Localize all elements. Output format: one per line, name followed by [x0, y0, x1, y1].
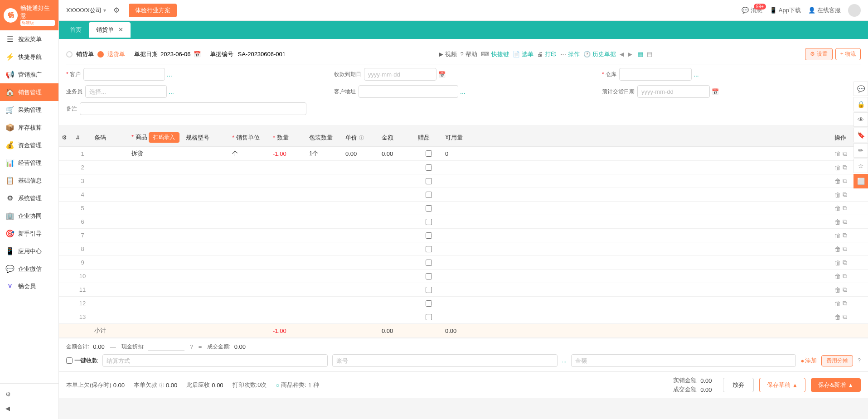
- table-view-icon[interactable]: ▤: [647, 51, 652, 58]
- delete-icon[interactable]: 🗑: [834, 313, 841, 321]
- product-type-field[interactable]: ○ 商品种类: 1 种: [276, 381, 319, 389]
- sidebar-item-inventory[interactable]: 📦 库存核算: [0, 119, 58, 136]
- avatar[interactable]: [848, 4, 861, 17]
- sidebar-item-funds[interactable]: 💰 资金管理: [0, 136, 58, 154]
- delete-icon[interactable]: 🗑: [834, 218, 841, 226]
- account-ellipsis[interactable]: ...: [562, 357, 567, 364]
- gift-checkbox[interactable]: [426, 164, 432, 171]
- spec-input[interactable]: [186, 314, 227, 320]
- sidebar-item-marketing[interactable]: 📢 营销推广: [0, 66, 58, 83]
- table-settings-icon[interactable]: ⚙: [62, 134, 67, 141]
- delete-icon[interactable]: 🗑: [834, 246, 841, 253]
- spec-input[interactable]: [186, 192, 227, 198]
- sidebar-collapse[interactable]: ◀: [0, 401, 58, 415]
- copy-icon[interactable]: ⧉: [843, 164, 847, 171]
- spec-input[interactable]: [186, 178, 227, 184]
- gift-checkbox[interactable]: [426, 192, 432, 198]
- calendar-icon[interactable]: 📅: [194, 51, 201, 58]
- barcode-input[interactable]: [94, 260, 126, 266]
- sales-radio[interactable]: [66, 51, 73, 58]
- delete-icon[interactable]: 🗑: [834, 205, 841, 212]
- delete-icon[interactable]: 🗑: [834, 178, 841, 185]
- copy-icon[interactable]: ⧉: [843, 177, 847, 185]
- delivery-date-input[interactable]: [637, 85, 710, 98]
- sidebar-item-member[interactable]: V 畅会员: [0, 278, 58, 295]
- company-selector[interactable]: XXXXXX公司 ▾: [66, 6, 106, 14]
- spec-input[interactable]: [186, 300, 227, 307]
- sidebar-item-purchase[interactable]: 🛒 采购管理: [0, 101, 58, 119]
- payment-checkbox[interactable]: [66, 357, 73, 364]
- copy-icon[interactable]: ⧉: [843, 272, 847, 280]
- warehouse-ellipsis[interactable]: ...: [693, 71, 699, 78]
- delete-icon[interactable]: 🗑: [834, 273, 841, 280]
- print-btn[interactable]: 🖨 打印: [537, 50, 557, 58]
- float-bookmark-btn[interactable]: 🔖: [853, 128, 868, 142]
- account-input[interactable]: [332, 354, 558, 367]
- float-eye-btn[interactable]: 👁: [853, 112, 868, 127]
- copy-icon[interactable]: ⧉: [843, 150, 847, 158]
- float-edit-btn[interactable]: ✏: [853, 143, 868, 158]
- amount-input[interactable]: [571, 354, 796, 367]
- barcode-input[interactable]: [94, 314, 126, 320]
- expense-help-icon[interactable]: ?: [858, 357, 861, 364]
- gift-checkbox[interactable]: [426, 150, 432, 157]
- sidebar-item-enterprise[interactable]: 🏢 企业协同: [0, 207, 58, 225]
- customer-address-input[interactable]: [359, 85, 458, 98]
- barcode-input[interactable]: [94, 232, 126, 239]
- gift-checkbox[interactable]: [426, 260, 432, 266]
- scan-btn[interactable]: 扫码录入: [149, 132, 179, 143]
- copy-icon[interactable]: ⧉: [843, 191, 847, 198]
- barcode-input[interactable]: [94, 164, 126, 171]
- message-btn[interactable]: 💬 消息 99+: [742, 6, 762, 14]
- address-ellipsis[interactable]: ...: [460, 88, 466, 95]
- customer-ellipsis[interactable]: ...: [167, 71, 172, 78]
- delete-icon[interactable]: 🗑: [834, 259, 841, 266]
- barcode-input[interactable]: [94, 219, 126, 225]
- expense-split-btn[interactable]: 费用分摊: [821, 355, 853, 366]
- nav-next-icon[interactable]: ▶: [628, 51, 632, 58]
- tab-close-icon[interactable]: ✕: [118, 26, 123, 33]
- logistics-btn[interactable]: + 物流: [835, 48, 861, 60]
- delete-icon[interactable]: 🗑: [834, 300, 841, 307]
- remarks-input[interactable]: [80, 102, 306, 115]
- video-btn[interactable]: ▶ 视频: [439, 50, 457, 58]
- sidebar-item-sales[interactable]: 🏠 销售管理: [0, 83, 58, 101]
- settlement-method-input[interactable]: [102, 354, 328, 367]
- sidebar-item-quicknav[interactable]: ⚡ 快捷导航: [0, 48, 58, 66]
- delete-icon[interactable]: 🗑: [834, 150, 841, 157]
- copy-icon[interactable]: ⧉: [843, 218, 847, 226]
- app-download-btn[interactable]: 📱 App下载: [770, 6, 801, 14]
- barcode-input[interactable]: [94, 205, 126, 212]
- shortcut-btn[interactable]: ⌨ 快捷键: [481, 50, 509, 58]
- delivery-calendar-icon[interactable]: 📅: [712, 88, 719, 95]
- copy-icon[interactable]: ⧉: [843, 313, 847, 321]
- gift-checkbox[interactable]: [426, 205, 432, 212]
- settings-icon[interactable]: ⚙: [113, 6, 120, 14]
- barcode-input[interactable]: [94, 178, 126, 184]
- barcode-input[interactable]: [94, 273, 126, 279]
- float-chat-btn[interactable]: 💬: [853, 82, 868, 96]
- history-btn[interactable]: 🕐 历史单据: [583, 50, 616, 58]
- operation-btn[interactable]: ⋯ 操作: [560, 50, 580, 58]
- copy-icon[interactable]: ⧉: [843, 286, 847, 294]
- save-draft-btn[interactable]: 保存草稿 ▲: [759, 378, 806, 392]
- trial-btn[interactable]: 体验行业方案: [129, 4, 177, 17]
- sidebar-item-appcenter[interactable]: 📱 应用中心: [0, 242, 58, 260]
- gift-checkbox[interactable]: [426, 246, 432, 252]
- spec-input[interactable]: [186, 151, 227, 157]
- delete-icon[interactable]: 🗑: [834, 286, 841, 294]
- tab-home[interactable]: 首页: [63, 22, 89, 38]
- spec-input[interactable]: [186, 164, 227, 171]
- float-star-btn[interactable]: ☆: [853, 159, 868, 173]
- copy-icon[interactable]: ⧉: [843, 231, 847, 239]
- help-icon[interactable]: ?: [190, 344, 193, 350]
- gift-checkbox[interactable]: [426, 273, 432, 279]
- copy-icon[interactable]: ⧉: [843, 245, 847, 253]
- gift-checkbox[interactable]: [426, 287, 432, 293]
- help-btn[interactable]: ? 帮助: [461, 50, 477, 58]
- warehouse-input[interactable]: 建材仓: [619, 68, 692, 81]
- gift-checkbox[interactable]: [426, 314, 432, 320]
- sidebar-item-operations[interactable]: 📊 经营管理: [0, 154, 58, 172]
- delete-icon[interactable]: 🗑: [834, 232, 841, 239]
- copy-icon[interactable]: ⧉: [843, 299, 847, 307]
